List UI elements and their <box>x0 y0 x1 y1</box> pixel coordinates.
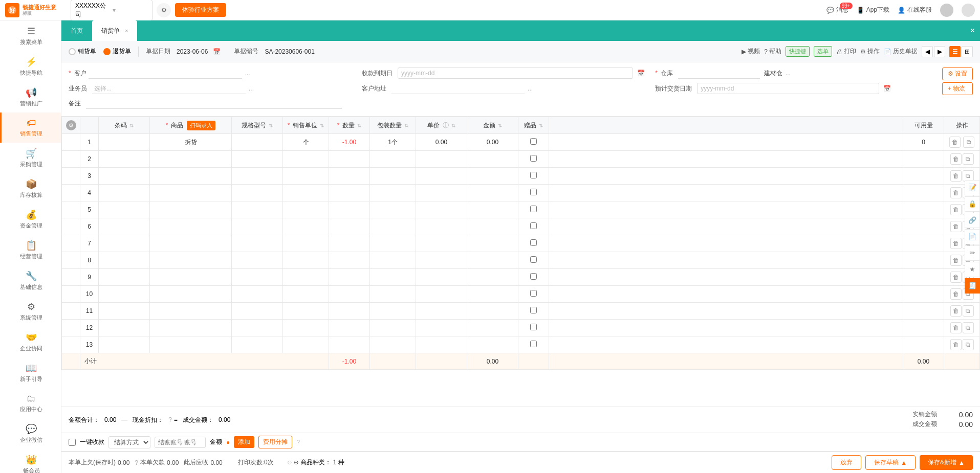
abandon-btn[interactable]: 放弃 <box>832 455 861 470</box>
sidebar-item-appcenter[interactable]: 🗂 应用中心 <box>0 388 61 418</box>
float-link-btn[interactable]: 🔗 <box>965 213 980 228</box>
single-owe-info-icon[interactable]: ? <box>135 459 138 466</box>
row1-product[interactable]: 拆货 <box>150 134 232 151</box>
sidebar-item-sales[interactable]: 🏷 销售管理 <box>0 112 61 143</box>
warehouse-dots[interactable]: ... <box>786 70 791 77</box>
sidebar-item-member[interactable]: 👑 畅会员 <box>0 449 61 473</box>
print-btn[interactable]: 🖨 打印 <box>836 47 856 56</box>
minus-dash: — <box>121 416 127 423</box>
radio-return-order[interactable]: 退货单 <box>103 47 131 56</box>
video-btn[interactable]: ▶ 视频 <box>742 47 760 56</box>
row1-price[interactable]: 0.00 <box>416 134 467 151</box>
float-lock-btn[interactable]: 🔒 <box>965 196 980 212</box>
th-pack: 包装数量 ⇅ <box>370 117 416 134</box>
settings-icon[interactable]: ⚙ <box>157 3 171 17</box>
warehouse-required: * <box>655 70 658 77</box>
payment-method-select[interactable]: 结算方式 <box>108 436 150 448</box>
row1-pack[interactable]: 1个 <box>370 134 416 151</box>
sidebar-item-guide[interactable]: 📖 新手引导 <box>0 357 61 388</box>
float-edit-btn[interactable]: ✏ <box>965 245 980 261</box>
sidebar-item-collab[interactable]: 🤝 企业协同 <box>0 327 61 357</box>
avatar[interactable] <box>940 4 953 17</box>
customer-dots[interactable]: ... <box>245 70 250 77</box>
tab-sales-order[interactable]: 销货单 × <box>92 20 137 41</box>
float-receipt-btn[interactable]: 🧾 <box>965 278 980 294</box>
save-new-btn[interactable]: 保存&新增 ▲ <box>920 455 973 470</box>
online-service-btn[interactable]: 👤 在线客服 <box>898 6 932 14</box>
deal-amount-line: 成交金额 0.00 <box>912 420 973 429</box>
tab-sales-label: 销货单 <box>101 27 120 35</box>
row1-amount[interactable]: 0.00 <box>467 134 518 151</box>
sidebar-item-basic[interactable]: 🔧 基础信息 <box>0 265 61 296</box>
one-click-payment-cb[interactable] <box>69 439 76 446</box>
fee-split-btn[interactable]: 费用分摊 <box>258 436 292 448</box>
avatar2[interactable] <box>962 4 975 17</box>
add-payment-btn[interactable]: 添加 <box>234 436 254 448</box>
warehouse-input[interactable] <box>678 68 760 79</box>
close-window-btn[interactable]: × <box>970 26 975 35</box>
sidebar-item-quicknav[interactable]: ⚡ 快捷导航 <box>0 51 61 82</box>
calendar-icon[interactable]: 📅 <box>213 48 221 55</box>
settings-side-btn[interactable]: ⚙ 设置 <box>942 67 973 80</box>
next-arrow[interactable]: ▶ <box>934 46 945 57</box>
history-btn[interactable]: 📄 历史单据 <box>884 47 918 56</box>
radio-sale-order[interactable]: 销货单 <box>69 47 96 56</box>
sidebar-item-finance[interactable]: 💰 资金管理 <box>0 204 61 235</box>
th-settings[interactable]: ⚙ <box>62 117 80 134</box>
customer-addr-input[interactable] <box>391 83 525 94</box>
price-info-icon[interactable]: ⓘ <box>443 122 449 129</box>
logistics-side-btn[interactable]: + 物流 <box>942 82 973 95</box>
float-star-btn[interactable]: ★ <box>965 262 980 277</box>
row1-copy-btn[interactable]: ⧉ <box>963 137 974 148</box>
row1-unit[interactable]: 个 <box>283 134 329 151</box>
sidebar-label-collab: 企业协同 <box>20 345 42 352</box>
grid-view-btn[interactable]: ⊞ <box>962 46 973 57</box>
row1-delete-btn[interactable]: 🗑 <box>949 137 961 148</box>
account-input[interactable] <box>155 437 206 448</box>
message-btn[interactable]: 💬 消息 99+ <box>826 6 848 14</box>
app-download-btn[interactable]: 📱 App下载 <box>857 6 889 14</box>
expected-date-input[interactable] <box>697 83 879 94</box>
save-new-arrow-icon: ▲ <box>959 459 965 466</box>
prev-arrow[interactable]: ◀ <box>922 46 933 57</box>
salesperson-input[interactable] <box>92 83 246 94</box>
sidebar-item-system[interactable]: ⚙ 系统管理 <box>0 296 61 327</box>
row1-qty[interactable]: -1.00 <box>329 134 370 151</box>
company-selector[interactable]: XXXXXX公司 ▾ <box>71 0 153 21</box>
list-view-btn[interactable]: ☰ <box>949 46 961 57</box>
save-draft-btn[interactable]: 保存草稿 ▲ <box>865 455 916 470</box>
remarks-input[interactable] <box>86 98 342 109</box>
row1-barcode[interactable] <box>99 134 150 151</box>
salesperson-dots[interactable]: ... <box>249 85 254 92</box>
collection-date-input[interactable] <box>398 67 633 79</box>
row1-gift-cb[interactable] <box>530 138 537 145</box>
operate-btn[interactable]: ⚙ 操作 <box>860 47 880 56</box>
customer-input[interactable] <box>89 68 242 79</box>
marketing-icon: 📢 <box>26 87 37 98</box>
sidebar-item-purchase[interactable]: 🛒 采购管理 <box>0 143 61 173</box>
expected-calendar-icon[interactable]: 📅 <box>883 85 891 92</box>
discount-info-icon[interactable]: ? <box>168 416 172 423</box>
collection-calendar-icon[interactable]: 📅 <box>637 70 645 77</box>
row1-desc[interactable] <box>549 134 903 151</box>
float-note-btn[interactable]: 📝 <box>965 180 980 195</box>
tab-close-icon[interactable]: × <box>125 28 128 34</box>
table-row: 11🗑⧉ <box>62 303 980 320</box>
customer-addr-dots[interactable]: ... <box>528 85 533 92</box>
row1-spec[interactable] <box>232 134 283 151</box>
table-settings-icon[interactable]: ⚙ <box>66 120 76 130</box>
float-doc-btn[interactable]: 📄 <box>965 229 980 244</box>
select-btn[interactable]: 选单 <box>814 46 832 57</box>
sidebar-item-marketing[interactable]: 📢 营销推广 <box>0 82 61 112</box>
shortcut-btn[interactable]: 快捷键 <box>786 46 810 57</box>
row1-gift[interactable] <box>518 134 549 151</box>
trial-button[interactable]: 体验行业方案 <box>175 3 226 17</box>
sidebar-item-weixin[interactable]: 💬 企业微信 <box>0 418 61 449</box>
scan-btn[interactable]: 扫码录入 <box>187 121 215 130</box>
sidebar-item-inventory[interactable]: 📦 库存核算 <box>0 173 61 204</box>
payment-help-icon[interactable]: ? <box>296 439 300 446</box>
help-btn[interactable]: ? 帮助 <box>764 47 781 56</box>
tab-home[interactable]: 首页 <box>61 20 92 41</box>
sidebar-item-search[interactable]: ☰ 搜索菜单 <box>0 20 61 51</box>
sidebar-item-operations[interactable]: 📋 经营管理 <box>0 235 61 265</box>
